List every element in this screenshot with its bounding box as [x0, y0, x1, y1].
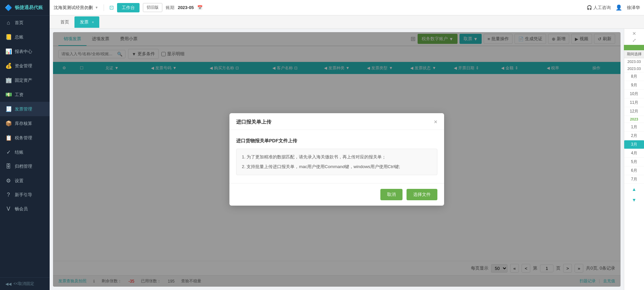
right-top-controls: ✕ ⤢	[624, 29, 644, 45]
sidebar-item-archive[interactable]: 🗄 归档管理	[0, 159, 50, 173]
scan-icon: ⊡	[109, 4, 114, 11]
support-label: 人工咨询	[593, 5, 611, 11]
sidebar-item-member[interactable]: V 畅会员	[0, 202, 50, 216]
modal-close-button[interactable]: ×	[434, 119, 437, 126]
sidebar-item-assets[interactable]: 🏢 固定资产	[0, 73, 50, 87]
ledger-icon: 📒	[5, 34, 11, 40]
salary-icon: 💵	[5, 91, 11, 98]
support-icon: 🎧	[587, 5, 592, 10]
sidebar-footer[interactable]: ◀◀ <<取消固定	[0, 277, 50, 290]
support-button[interactable]: 🎧 人工咨询	[587, 5, 611, 11]
sidebar-item-tax[interactable]: 📋 税务管理	[0, 131, 50, 145]
sidebar-label-member: 畅会员	[15, 206, 28, 212]
sidebar-item-settings[interactable]: ⚙ 设置	[0, 173, 50, 188]
period-item-11[interactable]: 11月	[624, 98, 644, 107]
reports-icon: 📊	[5, 48, 11, 55]
period-item-10[interactable]: 10月	[624, 90, 644, 98]
sidebar-label-inventory: 库存核算	[15, 121, 32, 127]
modal-section-title: 进口货物报关单PDF文件上传	[236, 138, 437, 144]
tab-close-icon[interactable]: ×	[92, 20, 94, 24]
period-item-4[interactable]: 4月	[624, 149, 644, 158]
main-area: 沈海英测试经营勿删 ▼ ⊡ 工作台 切旧版 账期 2023-05 📅 🎧 人工咨…	[50, 0, 644, 290]
modal-overlay: 进口报关单上传 × 进口货物报关单PDF文件上传 1. 为了更加精准的数据匹配，…	[53, 32, 621, 287]
tab-invoice-label: 发票	[80, 19, 89, 24]
period-item-12[interactable]: 12月	[624, 107, 644, 116]
period-down-arrow[interactable]: ▼	[624, 195, 644, 205]
sidebar-footer-label: <<取消固定	[13, 281, 34, 287]
period-value: 2023-05	[178, 5, 194, 10]
tabs-bar: 首页 发票 ×	[50, 15, 644, 29]
sidebar-logo: 🔷 畅捷通易代账	[0, 0, 50, 16]
company-dropdown-icon: ▼	[95, 6, 98, 9]
modal-footer: 取消 选择文件	[229, 183, 444, 206]
tax-icon: 📋	[5, 135, 11, 141]
tab-home-label: 首页	[60, 19, 69, 24]
sidebar-nav: ⌂ 首页 📒 总账 📊 报表中心 💰 资金管理 🏢 固定资产 💵 工资	[0, 16, 50, 277]
closing-icon: ✓	[5, 149, 11, 155]
modal-body: 进口货物报关单PDF文件上传 1. 为了更加精准的数据匹配，请先录入海关缴款书，…	[229, 130, 444, 184]
sidebar-label-guide: 新手引导	[15, 192, 32, 198]
sidebar-label-closing: 结账	[15, 149, 23, 155]
guide-icon: ?	[5, 192, 11, 198]
switch-button[interactable]: 切旧版	[143, 3, 162, 12]
home-icon: ⌂	[5, 20, 11, 26]
sidebar-item-salary[interactable]: 💵 工资	[0, 87, 50, 102]
calendar-icon[interactable]: 📅	[197, 5, 203, 10]
period-up-arrow[interactable]: ▲	[624, 184, 644, 195]
sidebar-item-guide[interactable]: ? 新手引导	[0, 188, 50, 202]
tab-home[interactable]: 首页	[55, 16, 74, 28]
period-panel: 期间选择 2023.03 2023.03 8月 9月 10月 11月 12月 2…	[624, 50, 644, 290]
sidebar-item-funds[interactable]: 💰 资金管理	[0, 59, 50, 73]
content-area: 销项发票 进项发票 费用小票 ⊞ 税务数字账户 ▼	[50, 29, 644, 290]
period-item-3-active[interactable]: 3月	[624, 140, 644, 149]
modal-cancel-button[interactable]: 取消	[380, 189, 402, 200]
close-panel-button[interactable]: ✕	[632, 31, 636, 36]
top-bar-right: 🎧 人工咨询 👤 徐泽华	[587, 4, 640, 11]
avatar-icon: 👤	[615, 4, 622, 11]
sidebar: 🔷 畅捷通易代账 ⌂ 首页 📒 总账 📊 报表中心 💰 资金管理 🏢 固	[0, 0, 50, 290]
sidebar-item-reports[interactable]: 📊 报表中心	[0, 44, 50, 59]
period-item-6[interactable]: 6月	[624, 166, 644, 175]
sidebar-label-funds: 资金管理	[15, 63, 32, 69]
period-item-1[interactable]: 1月	[624, 123, 644, 132]
sidebar-label-reports: 报表中心	[15, 49, 32, 55]
top-bar: 沈海英测试经营勿删 ▼ ⊡ 工作台 切旧版 账期 2023-05 📅 🎧 人工咨…	[50, 0, 644, 15]
logo-icon: 🔷	[5, 4, 12, 11]
period-item-8[interactable]: 8月	[624, 72, 644, 81]
period-item-9[interactable]: 9月	[624, 81, 644, 90]
tab-invoice[interactable]: 发票 ×	[74, 16, 99, 28]
top-divider-1	[104, 4, 104, 11]
sidebar-label-assets: 固定资产	[15, 77, 32, 83]
sidebar-label-settings: 设置	[15, 178, 23, 184]
sidebar-item-invoice[interactable]: 🧾 发票管理	[0, 102, 50, 116]
workspace-button[interactable]: 工作台	[117, 3, 140, 12]
user-name[interactable]: 徐泽华	[627, 5, 640, 11]
sidebar-item-closing[interactable]: ✓ 结账	[0, 145, 50, 159]
right-side-panel: ✕ ⤢ 开启日期 期间选择 2023.03 2023.03 8月 9月 10月 …	[624, 29, 644, 290]
period-item-2[interactable]: 2月	[624, 132, 644, 140]
modal-info-box: 1. 为了更加精准的数据匹配，请先录入海关缴款书，再上传对应的报关单； 2. 支…	[236, 149, 437, 175]
open-period-button[interactable]: 开启日期	[624, 45, 644, 50]
archive-icon: 🗄	[5, 163, 11, 169]
sidebar-label-archive: 归档管理	[15, 163, 32, 169]
sidebar-item-home[interactable]: ⌂ 首页	[0, 16, 50, 30]
period-panel-header: 期间选择	[624, 50, 644, 58]
period-row-2023-03b: 2023.03	[624, 65, 644, 72]
assets-icon: 🏢	[5, 77, 11, 83]
invoice-icon: 🧾	[5, 106, 11, 112]
sidebar-label-tax: 税务管理	[15, 135, 32, 141]
period-year-2023: 2023	[624, 116, 644, 123]
company-name: 沈海英测试经营勿删	[54, 5, 93, 11]
company-selector[interactable]: 沈海英测试经营勿删 ▼	[54, 5, 98, 11]
sidebar-footer-icon: ◀◀	[5, 282, 11, 286]
sidebar-item-ledger[interactable]: 📒 总账	[0, 30, 50, 44]
funds-icon: 💰	[5, 63, 11, 69]
expand-panel-button[interactable]: ⤢	[632, 38, 636, 43]
sidebar-label-ledger: 总账	[15, 34, 23, 40]
inventory-icon: 📦	[5, 120, 11, 127]
modal-select-file-button[interactable]: 选择文件	[407, 189, 437, 200]
period-row-2023-03a: 2023.03	[624, 58, 644, 65]
sidebar-item-inventory[interactable]: 📦 库存核算	[0, 116, 50, 131]
period-item-5[interactable]: 5月	[624, 158, 644, 166]
period-item-7[interactable]: 7月	[624, 175, 644, 184]
